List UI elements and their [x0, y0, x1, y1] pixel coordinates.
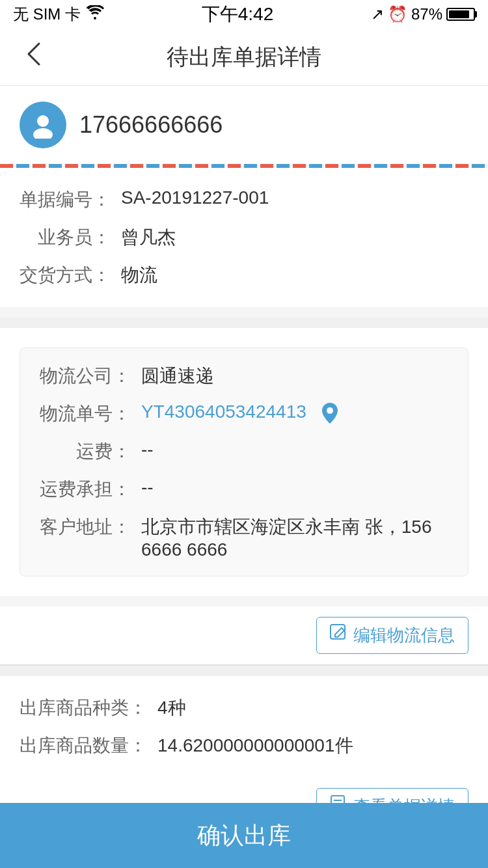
- logistics-card: 物流公司： 圆通速递 物流单号： YT43064053424413 运费： --…: [20, 347, 468, 576]
- svg-point-1: [33, 128, 53, 139]
- address-label: 客户地址：: [40, 515, 131, 539]
- battery-icon: [446, 8, 475, 21]
- edit-logistics-button[interactable]: 编辑物流信息: [316, 617, 468, 654]
- document-number-value: SA-20191227-001: [121, 187, 468, 208]
- confirm-button[interactable]: 确认出库: [0, 803, 488, 868]
- customer-section: 17666666666: [0, 86, 488, 164]
- status-left: 无 SIM 卡: [13, 4, 104, 25]
- confirm-btn-label: 确认出库: [197, 820, 291, 852]
- nav-bar: 待出库单据详情: [0, 29, 488, 86]
- salesman-label: 业务员：: [20, 225, 111, 250]
- salesman-value: 曾凡杰: [121, 225, 468, 250]
- document-info-section: 单据编号： SA-20191227-001 业务员： 曾凡杰 交货方式： 物流: [0, 168, 488, 307]
- svg-point-2: [327, 407, 333, 414]
- page-title: 待出库单据详情: [167, 42, 321, 72]
- status-bar: 无 SIM 卡 下午4:42 ↗ ⏰ 87%: [0, 0, 488, 29]
- logistics-company-label: 物流公司：: [40, 364, 131, 388]
- document-number-label: 单据编号：: [20, 187, 111, 212]
- delivery-row: 交货方式： 物流: [20, 263, 468, 288]
- separator-3: [0, 666, 488, 676]
- delivery-value: 物流: [121, 263, 468, 288]
- address-row: 客户地址： 北京市市辖区海淀区永丰南 张，156 6666 6666: [40, 515, 448, 560]
- tracking-row: 物流单号： YT43064053424413: [40, 401, 448, 426]
- freight-bear-row: 运费承担： --: [40, 477, 448, 502]
- alarm-icon: ⏰: [388, 5, 407, 23]
- person-icon: [29, 111, 57, 139]
- goods-section: 出库商品种类： 4种 出库商品数量： 14.620000000000001件: [0, 676, 488, 778]
- address-value: 北京市市辖区海淀区永丰南 张，156 6666 6666: [141, 515, 448, 560]
- goods-type-value: 4种: [157, 696, 468, 720]
- logistics-company-value: 圆通速递: [141, 364, 448, 388]
- goods-quantity-value: 14.620000000000001件: [157, 733, 468, 758]
- wifi-icon: [86, 5, 104, 23]
- goods-type-label: 出库商品种类：: [20, 696, 147, 720]
- tracking-label: 物流单号：: [40, 401, 131, 426]
- document-number-row: 单据编号： SA-20191227-001: [20, 187, 468, 212]
- freight-bear-value: --: [141, 477, 448, 498]
- map-pin-icon[interactable]: [319, 401, 340, 425]
- salesman-row: 业务员： 曾凡杰: [20, 225, 468, 250]
- edit-btn-row: 编辑物流信息: [0, 606, 488, 664]
- status-time: 下午4:42: [202, 2, 274, 27]
- goods-type-row: 出库商品种类： 4种: [20, 696, 468, 720]
- logistics-section: 物流公司： 圆通速递 物流单号： YT43064053424413 运费： --…: [0, 328, 488, 596]
- svg-point-0: [37, 115, 49, 127]
- logistics-company-row: 物流公司： 圆通速递: [40, 364, 448, 388]
- carrier-text: 无 SIM 卡: [13, 4, 81, 25]
- edit-btn-label: 编辑物流信息: [353, 624, 455, 647]
- freight-bear-label: 运费承担：: [40, 477, 131, 502]
- separator-1: [0, 318, 488, 328]
- status-right: ↗ ⏰ 87%: [371, 5, 475, 23]
- delivery-label: 交货方式：: [20, 263, 111, 288]
- location-status-icon: ↗: [371, 5, 384, 23]
- tracking-value: YT43064053424413: [141, 401, 448, 425]
- freight-row: 运费： --: [40, 439, 448, 464]
- edit-icon: [330, 624, 348, 647]
- freight-label: 运费：: [40, 439, 131, 464]
- battery-percent: 87%: [411, 5, 442, 23]
- avatar: [20, 102, 66, 148]
- customer-phone: 17666666666: [79, 111, 223, 139]
- goods-quantity-label: 出库商品数量：: [20, 733, 147, 758]
- goods-quantity-row: 出库商品数量： 14.620000000000001件: [20, 733, 468, 758]
- back-button[interactable]: [20, 34, 48, 79]
- freight-value: --: [141, 439, 448, 460]
